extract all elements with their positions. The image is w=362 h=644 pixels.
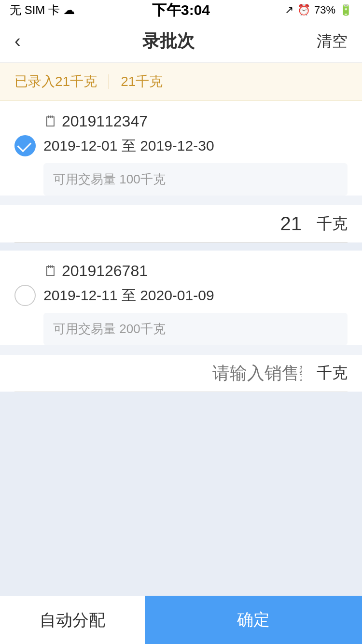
batch-date-row-2[interactable]: 2019-12-11 至 2020-01-09: [14, 285, 348, 306]
page-title: 录批次: [142, 29, 195, 53]
status-right: ↗ ⏰ 73% 🔋: [285, 4, 352, 16]
back-button[interactable]: ‹: [14, 31, 21, 52]
batch-item-1: 🗒 2019112347 2019-12-01 至 2019-12-30 可用交…: [0, 101, 362, 196]
batch-date-1: 2019-12-01 至 2019-12-30: [43, 136, 214, 156]
batch-id-row-2: 🗒 2019126781: [14, 262, 348, 280]
summary-label: 已录入21千克: [14, 72, 97, 91]
batch-doc-icon-1: 🗒: [43, 113, 58, 130]
battery-text: 73%: [314, 4, 335, 16]
batch-id-1: 2019112347: [62, 112, 148, 130]
quantity-unit-2: 千克: [317, 363, 348, 384]
batch-date-row-1[interactable]: 2019-12-01 至 2019-12-30: [14, 135, 348, 156]
status-bar: 无 SIM 卡 ☁ 下午3:04 ↗ ⏰ 73% 🔋: [0, 0, 362, 20]
batch-id-2: 2019126781: [62, 262, 148, 280]
auto-distribute-button[interactable]: 自动分配: [0, 596, 145, 644]
batch-avail-1: 可用交易量 100千克: [53, 172, 166, 186]
quantity-row-2: 千克: [0, 355, 362, 392]
sim-status: 无 SIM 卡 ☁: [10, 2, 75, 18]
nav-bar: ‹ 录批次 清空: [0, 20, 362, 63]
batch-date-2: 2019-12-11 至 2020-01-09: [43, 286, 214, 306]
batch-id-row-1: 🗒 2019112347: [14, 112, 348, 130]
status-left: 无 SIM 卡 ☁: [10, 2, 75, 18]
batch-item-2: 🗒 2019126781 2019-12-11 至 2020-01-09 可用交…: [0, 251, 362, 345]
batch-avail-2: 可用交易量 200千克: [53, 322, 166, 336]
quantity-unit-1: 千克: [317, 213, 348, 235]
quantity-input-1[interactable]: [212, 213, 309, 235]
batch-radio-2[interactable]: [14, 285, 36, 306]
batch-radio-1[interactable]: [14, 135, 36, 156]
bottom-bar: 自动分配 确定: [0, 596, 362, 644]
alarm-icon: ⏰: [297, 4, 310, 16]
empty-area: [0, 392, 362, 604]
summary-value: 21千克: [121, 72, 163, 91]
summary-divider: [109, 74, 109, 89]
quantity-row-1: 千克: [0, 205, 362, 242]
clear-button[interactable]: 清空: [317, 31, 348, 52]
summary-banner: 已录入21千克 21千克: [0, 63, 362, 101]
section-divider: [0, 243, 362, 251]
batch-avail-row-1: 可用交易量 100千克: [43, 163, 348, 196]
status-time: 下午3:04: [152, 0, 210, 20]
batch-doc-icon-2: 🗒: [43, 263, 58, 280]
batch-avail-row-2: 可用交易量 200千克: [43, 313, 348, 345]
battery-icon: 🔋: [339, 4, 352, 16]
location-icon: ↗: [285, 4, 293, 16]
confirm-button[interactable]: 确定: [145, 596, 362, 644]
quantity-input-2[interactable]: [212, 363, 309, 383]
